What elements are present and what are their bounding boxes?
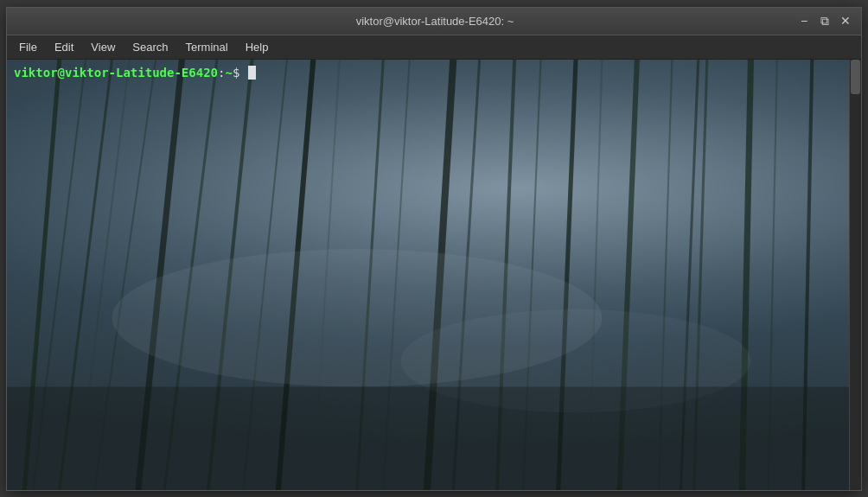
menu-item-view[interactable]: View [82,38,124,56]
terminal-content[interactable]: viktor@viktor-Latitude-E6420 : ~ $ [7,60,861,490]
menu-item-terminal[interactable]: Terminal [177,38,237,56]
close-icon: ✕ [840,14,851,28]
window-controls: − ⧉ ✕ [795,12,854,29]
scrollbar[interactable] [849,60,861,490]
title-bar: viktor@viktor-Latitude-E6420: ~ − ⧉ ✕ [7,8,861,35]
menu-bar: File Edit View Search Terminal Help [7,35,861,60]
maximize-icon: ⧉ [820,14,829,29]
minimize-button[interactable]: − [795,12,813,29]
menu-item-search[interactable]: Search [124,38,176,56]
terminal-body[interactable]: viktor@viktor-Latitude-E6420 : ~ $ [7,60,861,490]
prompt-colon: : [218,65,225,82]
maximize-button[interactable]: ⧉ [816,12,833,29]
prompt-line: viktor@viktor-Latitude-E6420 : ~ $ [14,65,854,82]
menu-item-file[interactable]: File [10,38,46,56]
menu-item-help[interactable]: Help [237,38,278,56]
terminal-cursor [248,66,256,80]
close-button[interactable]: ✕ [837,12,854,29]
menu-item-edit[interactable]: Edit [46,38,82,56]
prompt-dollar: $ [233,65,247,82]
prompt-user-host: viktor@viktor-Latitude-E6420 [14,65,218,82]
terminal-window: viktor@viktor-Latitude-E6420: ~ − ⧉ ✕ Fi… [6,7,862,491]
prompt-path: ~ [225,65,232,82]
minimize-icon: − [801,14,807,28]
window-title: viktor@viktor-Latitude-E6420: ~ [74,15,795,28]
scrollbar-thumb[interactable] [851,60,860,94]
